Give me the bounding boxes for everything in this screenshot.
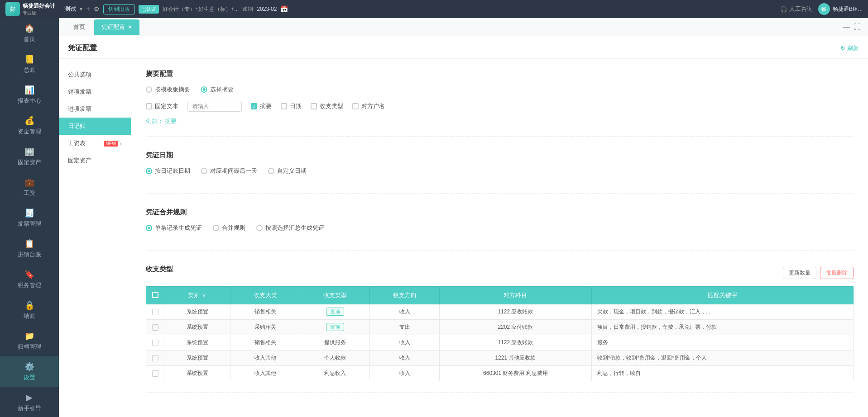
row-checkbox-4[interactable] xyxy=(152,370,158,377)
summary-radio-select[interactable]: 选择摘要 xyxy=(201,85,234,94)
tab-minimize-button[interactable]: — xyxy=(843,23,850,31)
checkbox-date[interactable]: 日期 xyxy=(281,102,302,110)
sidebar-item-settings[interactable]: ⚙️ 设置 xyxy=(0,356,59,387)
radio-circle-single xyxy=(146,225,152,231)
merge-radio-selection[interactable]: 按照选择汇总生成凭证 xyxy=(256,224,324,232)
left-nav-journal-label: 日记账 xyxy=(68,122,86,130)
avatar: 畅 xyxy=(818,3,830,15)
sidebar-item-assets[interactable]: 🏢 固定资产 xyxy=(0,141,59,172)
sidebar-item-guide[interactable]: ▶ 新手引导 xyxy=(0,387,59,417)
date-radio-period-last[interactable]: 对应期间最后一天 xyxy=(201,167,257,175)
tab-home[interactable]: 首页 xyxy=(66,19,92,35)
row-checkbox-cell xyxy=(146,304,164,320)
row-sub-type-1: 置顶 xyxy=(300,320,370,335)
income-section: 收支类型 更新数量 批量删除 xyxy=(146,265,854,393)
home-icon: 🏠 xyxy=(24,24,34,33)
switch-version-button[interactable]: 切到旧版 xyxy=(103,4,135,14)
row-category-2: 系统预置 xyxy=(164,335,230,351)
tab-bar-right: — ⛶ xyxy=(843,23,861,31)
logo-subtitle: 专业版 xyxy=(23,10,55,16)
guide-icon: ▶ xyxy=(26,393,33,403)
username: 畅捷通B组... xyxy=(833,5,863,13)
left-nav-sales-invoice[interactable]: 销项发票 xyxy=(59,83,131,100)
action-buttons: 更新数量 批量删除 xyxy=(783,267,854,279)
checkbox-summary[interactable]: ✓ 摘要 xyxy=(251,102,272,110)
row-checkbox-1[interactable] xyxy=(152,324,158,331)
merge-radio-rule[interactable]: 合并规则 xyxy=(213,224,245,232)
left-nav-sales-invoice-label: 销项发票 xyxy=(68,88,91,96)
batch-delete-button[interactable]: 批量删除 xyxy=(820,267,854,279)
table-header-checkbox xyxy=(146,287,164,304)
sidebar-item-purchase[interactable]: 📋 进销台账 xyxy=(0,233,59,264)
date-radio-journal[interactable]: 按日记账日期 xyxy=(146,167,190,175)
tab-close-icon[interactable]: ✕ xyxy=(128,24,132,30)
add-icon[interactable]: + xyxy=(86,5,90,13)
sidebar-label-home: 首页 xyxy=(24,35,35,43)
left-nav-journal[interactable]: 日记账 xyxy=(59,118,131,135)
refresh-label: 刷新 xyxy=(847,44,859,52)
sidebar-item-ledger[interactable]: 📒 总账 xyxy=(0,49,59,80)
sidebar-item-funds[interactable]: 💰 资金管理 xyxy=(0,110,59,141)
calendar-icon[interactable]: 📅 xyxy=(280,5,288,13)
sidebar-item-archive[interactable]: 📁 归档管理 xyxy=(0,326,59,356)
user-menu[interactable]: 畅 畅捷通B组... xyxy=(818,3,863,15)
checkbox-box-summary: ✓ xyxy=(251,103,257,109)
left-nav-payroll[interactable]: 工资表 NEW › xyxy=(59,135,131,152)
tax-icon: 🔖 xyxy=(24,270,34,280)
app-logo: 好 畅捷通好会计 专业版 xyxy=(5,2,55,16)
top-tag-0[interactable]: 置顶 xyxy=(326,308,344,316)
sidebar-item-salary[interactable]: 💼 工资 xyxy=(0,172,59,203)
refresh-icon: ↻ xyxy=(840,45,845,52)
refresh-button[interactable]: ↻ 刷新 xyxy=(840,44,859,52)
fixed-text-input[interactable] xyxy=(187,101,242,112)
sidebar-item-tax[interactable]: 🔖 税务管理 xyxy=(0,264,59,295)
service-button[interactable]: 🎧 人工咨询 xyxy=(780,5,813,13)
row-subject-3: 1221 其他应收款 xyxy=(440,351,592,366)
funds-icon: 💰 xyxy=(24,116,34,126)
sidebar-item-invoice[interactable]: 🧾 发票管理 xyxy=(0,203,59,233)
top-tag-1[interactable]: 置顶 xyxy=(326,323,344,331)
row-checkbox-0[interactable] xyxy=(152,309,158,315)
update-count-button[interactable]: 更新数量 xyxy=(783,267,816,279)
sidebar-label-tax: 税务管理 xyxy=(18,281,41,289)
checkbox-fixed-text[interactable]: 固定文本 xyxy=(146,102,178,110)
sidebar-item-reports[interactable]: 📊 报表中心 xyxy=(0,80,59,110)
summary-radio-template[interactable]: 按模板版摘要 xyxy=(146,85,190,94)
tab-maximize-button[interactable]: ⛶ xyxy=(854,23,861,31)
right-content: 摘要配置 按模板版摘要 选择摘要 xyxy=(131,59,868,417)
radio-select-label: 选择摘要 xyxy=(210,85,234,94)
tab-bar: 首页 凭证配置 ✕ — ⛶ xyxy=(59,18,868,36)
row-main-type-2: 销售相关 xyxy=(230,335,300,351)
date-radio-custom[interactable]: 自定义日期 xyxy=(268,167,307,175)
checkbox-counterparty[interactable]: 对方户名 xyxy=(352,102,385,110)
radio-circle-select xyxy=(201,86,207,93)
select-all-checkbox[interactable] xyxy=(152,292,158,298)
settings-nav-icon: ⚙️ xyxy=(24,362,34,372)
row-subject-4: 660301 财务费用 利息费用 xyxy=(440,366,592,381)
logo-text: 畅捷通好会计 专业版 xyxy=(23,2,55,16)
company-dropdown-arrow[interactable]: ▾ xyxy=(80,6,82,12)
left-nav-public[interactable]: 公共选项 xyxy=(59,66,131,83)
merge-section: 凭证合并规则 单条记录生成凭证 合并规则 xyxy=(146,208,854,251)
left-nav-purchase-invoice[interactable]: 进项发票 xyxy=(59,100,131,118)
table-row: 系统预置 销售相关 提供服务 收入 1122 应收账款 服务 xyxy=(146,335,854,351)
sidebar-label-reports: 报表中心 xyxy=(18,97,41,105)
row-direction-2: 收入 xyxy=(370,335,440,351)
row-checkbox-3[interactable] xyxy=(152,355,158,361)
merge-radio-group: 单条记录生成凭证 合并规则 按照选择汇总生成凭证 xyxy=(146,224,854,232)
close-account-icon: 🔒 xyxy=(24,300,34,310)
row-keywords-1: 项目，日常费用，报销款，车费，承兑汇票，付款 xyxy=(591,320,853,335)
settings-icon[interactable]: ⚙ xyxy=(94,5,100,13)
row-checkbox-2[interactable] xyxy=(152,340,158,346)
purchase-icon: 📋 xyxy=(24,239,34,249)
table-row: 系统预置 收入其他 个人收款 收入 1221 其他应收款 收到*借款，收到*备用… xyxy=(146,351,854,366)
checkbox-payment-type[interactable]: 收支类型 xyxy=(311,102,343,110)
sidebar-item-home[interactable]: 🏠 首页 xyxy=(0,18,59,49)
radio-circle-period-last xyxy=(201,168,207,174)
sidebar-item-close[interactable]: 🔒 结账 xyxy=(0,295,59,326)
left-nav-fixed-assets[interactable]: 固定资产 xyxy=(59,152,131,169)
radio-circle-rule xyxy=(213,225,219,231)
row-sub-type-4: 利息收入 xyxy=(300,366,370,381)
tab-voucher-config[interactable]: 凭证配置 ✕ xyxy=(94,19,139,35)
merge-radio-single[interactable]: 单条记录生成凭证 xyxy=(146,224,202,232)
